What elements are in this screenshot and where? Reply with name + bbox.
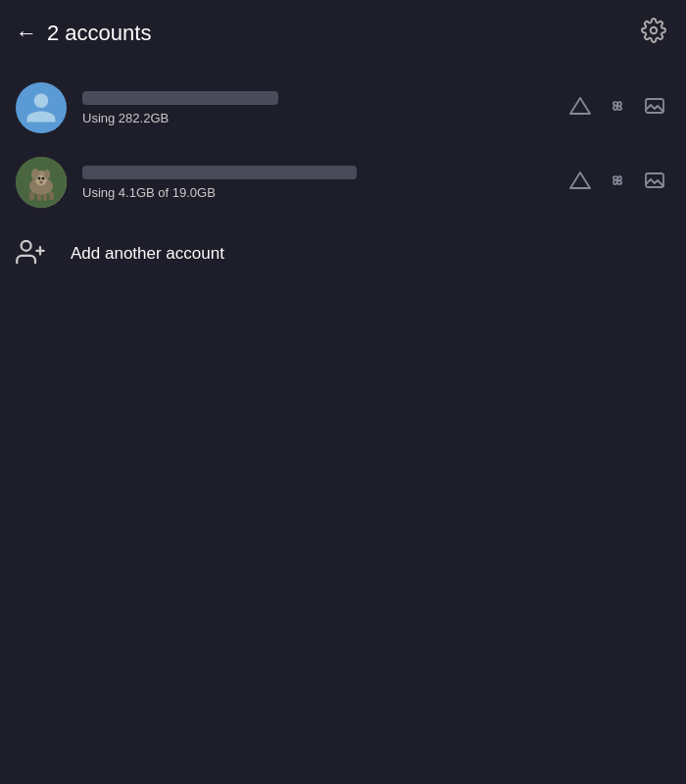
photos-icon[interactable]: [643, 169, 666, 197]
account-storage: Using 4.1GB of 19.0GB: [82, 185, 557, 200]
svg-rect-13: [43, 194, 47, 201]
add-account-label: Add another account: [71, 244, 224, 264]
settings-button[interactable]: [641, 18, 666, 49]
account-storage: Using 282.2GB: [82, 111, 557, 125]
account-name-bar: [82, 91, 278, 105]
svg-point-8: [38, 177, 41, 180]
header: ← 2 accounts: [0, 0, 686, 63]
accounts-list: Using 282.2GB: [0, 63, 686, 292]
avatar: [16, 82, 67, 133]
account-info: Using 4.1GB of 19.0GB: [82, 166, 557, 200]
svg-point-16: [22, 241, 31, 251]
svg-rect-15: [646, 173, 663, 187]
svg-rect-14: [49, 192, 54, 200]
pinwheel-icon[interactable]: [606, 94, 629, 122]
photos-icon[interactable]: [643, 94, 666, 122]
drive-icon[interactable]: [568, 94, 592, 122]
pinwheel-icon[interactable]: [606, 169, 629, 197]
person-icon: [24, 90, 59, 125]
svg-rect-12: [37, 194, 41, 201]
drive-icon[interactable]: [568, 169, 592, 197]
page-title: 2 accounts: [47, 21, 151, 46]
account-service-icons: [568, 94, 666, 122]
account-info: Using 282.2GB: [82, 91, 557, 125]
account-item[interactable]: Using 282.2GB: [0, 71, 686, 145]
account-item[interactable]: Using 4.1GB of 19.0GB: [0, 145, 686, 220]
back-button[interactable]: ←: [16, 21, 37, 46]
add-person-icon: [16, 237, 45, 270]
header-left: ← 2 accounts: [16, 21, 151, 46]
dog-image-placeholder: [16, 157, 67, 208]
account-service-icons: [568, 169, 666, 197]
gear-icon: [641, 18, 666, 43]
add-account-button[interactable]: Add another account: [0, 223, 686, 284]
avatar: [16, 157, 67, 208]
svg-rect-1: [646, 99, 663, 113]
svg-rect-11: [29, 192, 34, 200]
svg-point-10: [39, 181, 43, 184]
account-name-bar: [82, 166, 357, 179]
svg-point-9: [42, 177, 45, 180]
svg-point-0: [651, 27, 658, 34]
